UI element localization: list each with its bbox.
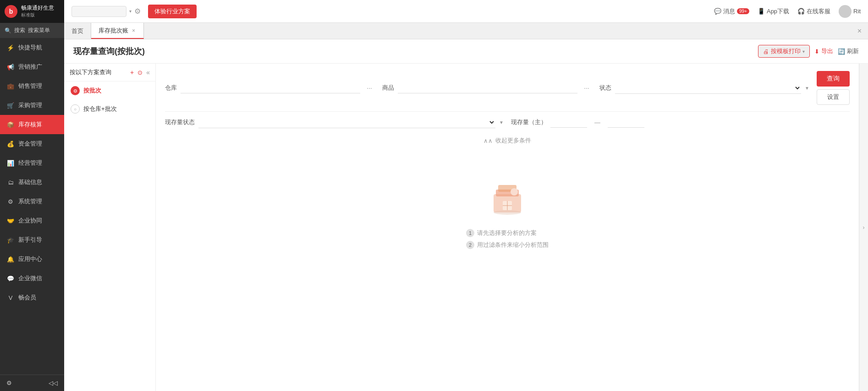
enterprise-icon: 🤝	[6, 217, 15, 225]
newbie-icon: 🎓	[6, 236, 15, 244]
sidebar-item-appcenter[interactable]: 🔔 应用中心	[0, 250, 64, 269]
sidebar-item-quicknav[interactable]: ⚡ 快捷导航	[0, 38, 64, 57]
tip-2-text: 用过滤条件来缩小分析范围	[477, 241, 549, 249]
sidebar-item-inventory[interactable]: 📦 库存核算	[0, 115, 64, 134]
svg-point-3	[511, 188, 518, 196]
tab-home[interactable]: 首页	[64, 23, 91, 39]
warehouse-input[interactable]	[181, 82, 360, 93]
user-menu[interactable]: Rit	[839, 5, 861, 18]
collapse-left-btn[interactable]: «	[146, 69, 150, 76]
warehouse-more-icon[interactable]: ···	[364, 83, 375, 92]
empty-tips: 1 请先选择要分析的方案 2 用过滤条件来缩小分析范围	[466, 229, 549, 249]
add-schema-btn[interactable]: +	[130, 69, 134, 76]
sidebar-item-marketing[interactable]: 📢 营销推广	[0, 57, 64, 76]
query-btn[interactable]: 查询	[817, 71, 850, 87]
schema-settings-btn[interactable]: ⊙	[137, 69, 143, 76]
app-download-btn[interactable]: 📱 App下载	[758, 7, 789, 16]
settings-icon[interactable]: ⚙	[6, 380, 12, 386]
sidebar-item-wechat[interactable]: 💬 企业微信	[0, 269, 64, 288]
sidebar-item-label: 资金管理	[18, 140, 42, 148]
online-service-btn[interactable]: 🎧 在线客服	[797, 7, 830, 16]
sidebar-item-system[interactable]: ⚙ 系统管理	[0, 192, 64, 211]
settings-btn[interactable]: 设置	[817, 89, 850, 105]
operations-icon: 📊	[6, 159, 15, 167]
empty-illustration	[484, 176, 530, 222]
tab-close-main[interactable]: ×	[851, 23, 868, 39]
system-icon: ⚙	[6, 197, 15, 206]
product-filter-label: 商品	[382, 84, 394, 92]
schema-batch-label: 按批次	[83, 87, 101, 95]
topbar-right: 💬 消息 99+ 📱 App下载 🎧 在线客服 Rit	[714, 5, 861, 18]
sidebar-item-label: 应用中心	[18, 255, 42, 263]
empty-tip-2: 2 用过滤条件来缩小分析范围	[466, 241, 549, 249]
stock-qty-label: 现存量（主）	[511, 118, 547, 126]
tab-close-icon[interactable]: ×	[131, 27, 136, 34]
search-label: 搜索	[14, 27, 25, 34]
print-icon: 🖨	[763, 48, 769, 55]
search-menu-label: 搜索菜单	[28, 27, 50, 34]
print-dropdown-icon[interactable]: ▾	[802, 49, 805, 54]
product-more-icon[interactable]: ···	[581, 83, 592, 92]
right-area: 仓库 ··· 商品 ··· 状态 ▼	[156, 64, 859, 391]
sidebar-item-label: 经营管理	[18, 159, 42, 167]
user-avatar	[839, 5, 852, 18]
sales-icon: 💼	[6, 82, 15, 90]
collapse-label: 收起更多条件	[495, 136, 531, 145]
refresh-btn[interactable]: 🔄 刷新	[838, 47, 859, 55]
tabbar: 首页 库存批次账 × ×	[64, 23, 868, 39]
sidebar-bottom: ⚙ ◁◁	[0, 375, 64, 391]
topbar-dropdown-icon[interactable]: ▾	[129, 9, 132, 14]
sidebar-item-basics[interactable]: 🗂 基础信息	[0, 173, 64, 192]
status-filter-group: 状态 ▼	[599, 82, 809, 94]
sidebar-item-label: 采购管理	[18, 101, 42, 109]
sidebar-search[interactable]: 🔍 搜索 搜索菜单	[0, 23, 64, 38]
product-filter-group: 商品 ···	[382, 82, 592, 93]
sidebar-item-purchase[interactable]: 🛒 采购管理	[0, 96, 64, 115]
status-select[interactable]	[615, 82, 801, 94]
online-service-label: 在线客服	[807, 7, 830, 16]
print-btn[interactable]: 🖨 按模板打印 ▾	[758, 45, 810, 58]
sidebar-item-enterprise[interactable]: 🤝 企业协同	[0, 211, 64, 230]
stock-qty-min-input[interactable]	[550, 117, 587, 128]
schema-item-warehouse-batch[interactable]: ○ 按仓库+批次	[64, 100, 155, 118]
topbar-settings-icon[interactable]: ⚙	[134, 7, 141, 16]
collapse-bar[interactable]: ∧∧ 收起更多条件	[165, 133, 850, 148]
svg-point-4	[494, 210, 521, 215]
topbar-search-input[interactable]	[71, 6, 126, 17]
home-tab-label: 首页	[71, 27, 83, 35]
stock-qty-dash: —	[591, 119, 604, 126]
sidebar-collapse-icon[interactable]: ◁◁	[49, 380, 58, 386]
messages-label: 消息	[723, 7, 735, 16]
right-close-panel[interactable]: ›	[859, 64, 868, 391]
stock-status-group: 现存量状态 ▼	[165, 116, 504, 128]
search-icon: 🔍	[5, 27, 11, 34]
export-icon: ⬇	[814, 48, 819, 55]
messages-btn[interactable]: 💬 消息 99+	[714, 7, 749, 16]
sidebar-item-member[interactable]: V 畅会员	[0, 288, 64, 307]
sidebar-item-finance[interactable]: 💰 资金管理	[0, 134, 64, 153]
industry-btn[interactable]: 体验行业方案	[148, 5, 197, 18]
app-icon: 📱	[758, 8, 765, 15]
service-icon: 🎧	[797, 8, 805, 15]
stock-qty-max-input[interactable]	[608, 117, 644, 128]
empty-tip-1: 1 请先选择要分析的方案	[466, 229, 549, 237]
schema-item-batch[interactable]: ⊙ 按批次	[64, 81, 155, 100]
left-panel-icons: + ⊙ «	[130, 69, 150, 76]
stock-qty-group: 现存量（主） —	[511, 117, 850, 128]
page-header-actions: 🖨 按模板打印 ▾ ⬇ 导出 🔄 刷新	[758, 45, 859, 58]
inventory-batch-tab-label: 库存批次账	[99, 27, 128, 35]
sidebar-item-sales[interactable]: 💼 销售管理	[0, 76, 64, 96]
sidebar-item-newbie[interactable]: 🎓 新手引导	[0, 230, 64, 250]
export-btn[interactable]: ⬇ 导出	[814, 47, 833, 55]
sidebar-item-label: 库存核算	[18, 120, 42, 129]
empty-state: 1 请先选择要分析的方案 2 用过滤条件来缩小分析范围	[165, 148, 850, 277]
tab-inventory-batch[interactable]: 库存批次账 ×	[91, 23, 144, 39]
warehouse-filter-label: 仓库	[165, 84, 177, 92]
stock-status-select[interactable]	[198, 116, 495, 128]
product-input[interactable]	[398, 82, 577, 93]
messages-badge: 99+	[737, 8, 749, 14]
inventory-icon: 📦	[6, 120, 15, 129]
quicknav-icon: ⚡	[6, 43, 15, 52]
app-edition: 标准版	[21, 12, 54, 18]
sidebar-item-operations[interactable]: 📊 经营管理	[0, 153, 64, 173]
